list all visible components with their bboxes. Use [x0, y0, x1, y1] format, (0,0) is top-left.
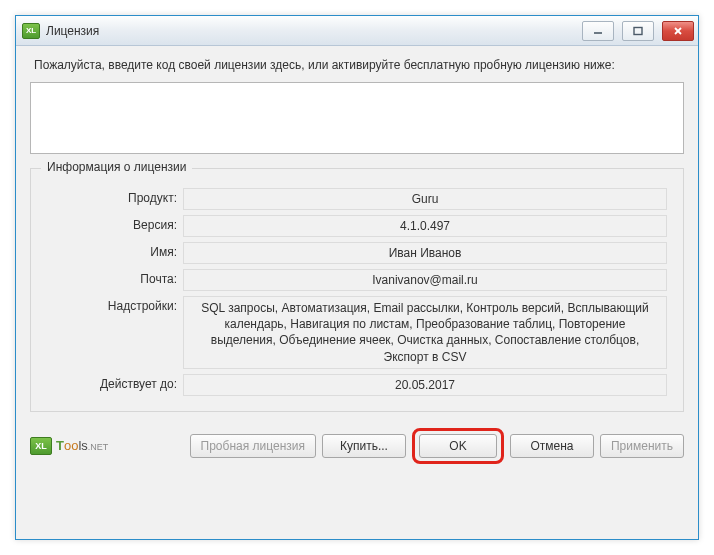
name-value: Иван Иванов [183, 242, 667, 264]
xltools-logo: XL Tools.NET [30, 437, 108, 455]
email-value: Ivanivanov@mail.ru [183, 269, 667, 291]
name-label: Имя: [47, 242, 177, 259]
maximize-button[interactable] [622, 21, 654, 41]
product-label: Продукт: [47, 188, 177, 205]
client-area: Пожалуйста, введите код своей лицензии з… [16, 46, 698, 539]
email-label: Почта: [47, 269, 177, 286]
close-button[interactable] [662, 21, 694, 41]
prompt-text: Пожалуйста, введите код своей лицензии з… [30, 58, 684, 72]
addins-label: Надстройки: [47, 296, 177, 313]
license-dialog-window: XL Лицензия Пожалуйста, введите код свое… [15, 15, 699, 540]
groupbox-legend: Информация о лицензии [41, 160, 192, 174]
brand-text: Tools.NET [56, 438, 108, 453]
addins-value: SQL запросы, Автоматизация, Email рассыл… [183, 296, 667, 369]
product-value: Guru [183, 188, 667, 210]
svg-rect-1 [634, 27, 642, 34]
cancel-button[interactable]: Отмена [510, 434, 594, 458]
window-title: Лицензия [46, 24, 99, 38]
titlebar: XL Лицензия [16, 16, 698, 46]
ok-highlight-frame: OK [412, 428, 504, 464]
valid-until-label: Действует до: [47, 374, 177, 391]
version-label: Версия: [47, 215, 177, 232]
license-info-group: Информация о лицензии Продукт: Guru Верс… [30, 168, 684, 412]
xl-badge-icon: XL [30, 437, 52, 455]
ok-button[interactable]: OK [419, 434, 497, 458]
buy-button[interactable]: Купить... [322, 434, 406, 458]
minimize-button[interactable] [582, 21, 614, 41]
apply-button[interactable]: Применить [600, 434, 684, 458]
footer: XL Tools.NET Пробная лицензия Купить... … [30, 422, 684, 464]
valid-until-value: 20.05.2017 [183, 374, 667, 396]
version-value: 4.1.0.497 [183, 215, 667, 237]
license-code-input[interactable] [30, 82, 684, 154]
app-icon: XL [22, 23, 40, 39]
trial-license-button[interactable]: Пробная лицензия [190, 434, 316, 458]
